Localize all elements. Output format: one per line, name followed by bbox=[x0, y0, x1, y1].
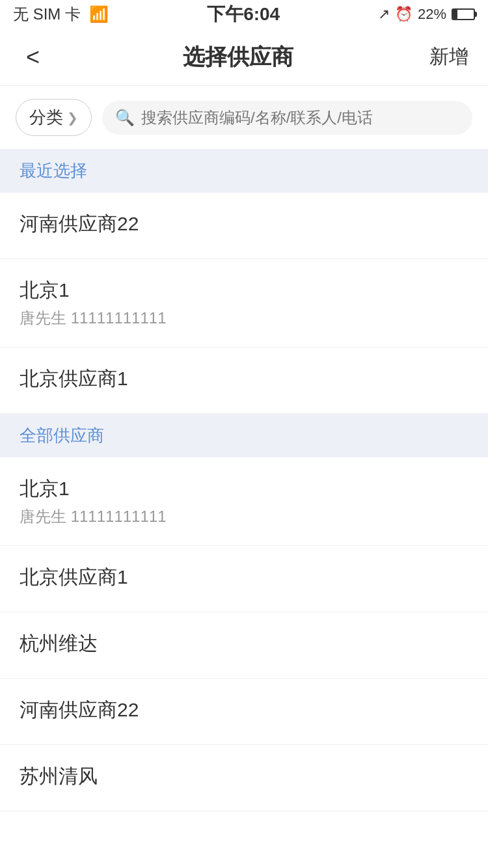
search-icon: 🔍 bbox=[115, 109, 135, 127]
category-label: 分类 bbox=[29, 106, 63, 129]
battery-text: 22% bbox=[418, 6, 446, 23]
back-button[interactable]: < bbox=[20, 37, 46, 77]
alarm-icon: ⏰ bbox=[395, 6, 413, 23]
item-name: 北京1 bbox=[20, 476, 468, 502]
add-button[interactable]: 新增 bbox=[429, 44, 468, 70]
item-sub: 唐先生 11111111111 bbox=[20, 506, 468, 527]
chevron-right-icon: ❯ bbox=[67, 110, 78, 126]
list-item[interactable]: 北京1 唐先生 11111111111 bbox=[0, 259, 488, 347]
list-item[interactable]: 北京供应商1 bbox=[0, 347, 488, 414]
list-item[interactable]: 河南供应商22 bbox=[0, 679, 488, 745]
list-item[interactable]: 杭州维达 bbox=[0, 612, 488, 679]
item-sub: 唐先生 11111111111 bbox=[20, 308, 468, 329]
search-bar: 分类 ❯ 🔍 bbox=[0, 86, 488, 149]
search-wrapper: 🔍 bbox=[102, 101, 472, 135]
status-time: 下午6:04 bbox=[207, 2, 280, 27]
list-item[interactable]: 北京供应商1 bbox=[0, 546, 488, 612]
battery-icon bbox=[452, 8, 475, 20]
all-section-header: 全部供应商 bbox=[0, 414, 488, 457]
recent-list: 河南供应商22 北京1 唐先生 11111111111 北京供应商1 bbox=[0, 193, 488, 414]
status-right: ↗ ⏰ 22% bbox=[378, 6, 475, 23]
status-network: 无 SIM 卡 📶 bbox=[13, 4, 109, 25]
item-name: 河南供应商22 bbox=[20, 697, 468, 724]
item-name: 北京1 bbox=[20, 277, 468, 304]
category-button[interactable]: 分类 ❯ bbox=[16, 99, 92, 136]
list-item[interactable]: 河南供应商22 bbox=[0, 193, 488, 259]
page-title: 选择供应商 bbox=[183, 42, 293, 72]
item-name: 苏州清风 bbox=[20, 763, 468, 790]
list-item[interactable]: 北京1 唐先生 11111111111 bbox=[0, 457, 488, 546]
item-name: 河南供应商22 bbox=[20, 211, 468, 237]
all-list: 北京1 唐先生 11111111111 北京供应商1 杭州维达 河南供应商22 … bbox=[0, 457, 488, 811]
location-icon: ↗ bbox=[378, 6, 390, 23]
nav-bar: < 选择供应商 新增 bbox=[0, 29, 488, 86]
recent-section-label: 最近选择 bbox=[20, 161, 87, 180]
list-item[interactable]: 苏州清风 bbox=[0, 745, 488, 811]
item-name: 杭州维达 bbox=[20, 631, 468, 657]
item-name: 北京供应商1 bbox=[20, 366, 468, 392]
item-name: 北京供应商1 bbox=[20, 564, 468, 591]
recent-section-header: 最近选择 bbox=[0, 149, 488, 193]
all-section-label: 全部供应商 bbox=[20, 426, 104, 445]
status-bar: 无 SIM 卡 📶 下午6:04 ↗ ⏰ 22% bbox=[0, 0, 488, 29]
search-input[interactable] bbox=[141, 109, 459, 127]
